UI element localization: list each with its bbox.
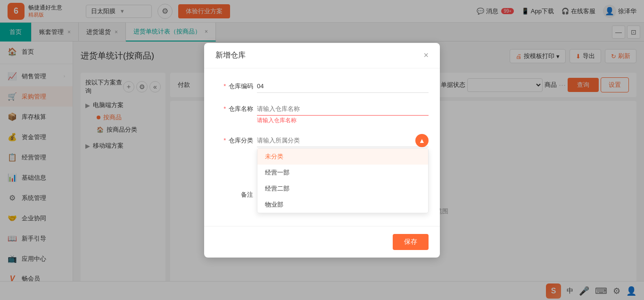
modal-title: 新增仓库	[215, 50, 246, 60]
modal-close-btn[interactable]: ×	[423, 51, 429, 59]
warehouse-name-row: * 仓库名称	[215, 102, 429, 116]
new-warehouse-modal: 新增仓库 × * 仓库编码 * 仓库名称	[204, 43, 440, 258]
modal-overlay: 新增仓库 × * 仓库编码 * 仓库名称	[0, 0, 644, 300]
modal-footer: 保存	[204, 226, 440, 258]
required-star-code: *	[223, 83, 226, 90]
warehouse-category-row: * 仓库分类 ▲	[215, 134, 429, 147]
dropdown-item-3[interactable]: 物业部	[257, 197, 428, 213]
required-star-category: *	[223, 137, 226, 144]
warehouse-category-input[interactable]	[257, 134, 429, 147]
dropdown-item-0[interactable]: 未分类	[257, 149, 428, 165]
warehouse-category-label: * 仓库分类	[215, 136, 253, 145]
warehouse-code-input[interactable]	[257, 80, 429, 93]
warehouse-category-field: * 仓库分类 ▲ 未分类 经营一部 经营二部 物业部	[215, 134, 429, 147]
category-dropdown: 未分类 经营一部 经营二部 物业部	[257, 148, 429, 213]
notes-label: 备注	[215, 191, 253, 199]
category-toggle-btn[interactable]: ▲	[415, 134, 429, 147]
warehouse-name-error: 请输入仓库名称	[257, 117, 429, 125]
required-star-name: *	[223, 105, 226, 112]
dropdown-item-1[interactable]: 经营一部	[257, 165, 428, 181]
warehouse-name-input[interactable]	[257, 102, 429, 116]
warehouse-name-label: * 仓库名称	[215, 105, 253, 113]
warehouse-category-input-wrap: ▲	[257, 134, 429, 147]
warehouse-name-field: * 仓库名称 请输入仓库名称	[215, 102, 429, 125]
modal-body: * 仓库编码 * 仓库名称 请输入仓库名称	[204, 68, 440, 226]
warehouse-code-row: * 仓库编码	[215, 80, 429, 93]
save-button[interactable]: 保存	[393, 234, 429, 250]
dropdown-item-2[interactable]: 经营二部	[257, 181, 428, 197]
warehouse-code-label: * 仓库编码	[215, 82, 253, 91]
modal-header: 新增仓库 ×	[204, 43, 440, 68]
warehouse-code-field: * 仓库编码	[215, 80, 429, 93]
